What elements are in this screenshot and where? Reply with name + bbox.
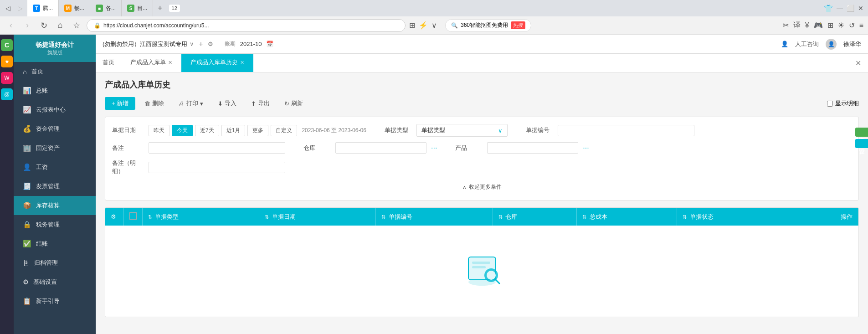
search-bar[interactable]: 🔍 360智能抠图免费用 热搜 xyxy=(445,19,531,32)
col-date-label: 单据日期 xyxy=(272,213,296,220)
settings-company-icon[interactable]: ⚙ xyxy=(208,41,213,47)
import-btn[interactable]: ⬇ 导入 xyxy=(212,97,242,110)
query-btn[interactable]: 查询 xyxy=(855,128,868,137)
tab-m[interactable]: M 畅... xyxy=(59,0,90,16)
new-tab-button[interactable]: + xyxy=(153,4,167,13)
col-number[interactable]: ⇅ 单据编号 xyxy=(376,208,493,226)
col-status[interactable]: ⇅ 单据状态 xyxy=(677,208,794,226)
add-btn[interactable]: + 新增 xyxy=(105,97,135,110)
address-input[interactable]: 🔒 https://cloud.chanjet.com/accounting/u… xyxy=(87,19,406,32)
collapse-btn[interactable]: ∧ 收起更多条件 xyxy=(460,181,504,193)
sidebar-item-settings[interactable]: ⚙ 基础设置 xyxy=(14,272,96,292)
type-select-value: 单据类型 xyxy=(421,126,445,134)
tab-history-close[interactable]: ✕ xyxy=(240,60,244,66)
sidebar-item-fixed-assets[interactable]: 🏢 固定资产 xyxy=(14,139,96,158)
date-btn-more[interactable]: 更多 xyxy=(247,125,268,136)
icon-item-yellow[interactable]: ★ xyxy=(1,56,13,67)
nav-forward[interactable]: › xyxy=(21,21,34,30)
panel-close-btn[interactable]: ✕ xyxy=(848,54,868,72)
sidebar-item-archive[interactable]: 🗄 归档管理 xyxy=(14,253,96,272)
col-check[interactable] xyxy=(123,208,142,226)
minimize-button[interactable]: — xyxy=(837,5,843,12)
refresh-nav[interactable]: ↻ xyxy=(37,21,50,31)
new-entry-icon: 📋 xyxy=(23,297,31,305)
reload-icon[interactable]: ↺ xyxy=(849,21,855,30)
product-dots[interactable]: ··· xyxy=(583,144,589,152)
sidebar-item-home[interactable]: ⌂ 首页 xyxy=(14,62,96,81)
nav-back[interactable]: ‹ xyxy=(5,21,17,30)
maximize-button[interactable]: ⬜ xyxy=(847,5,854,12)
icon-item-teal[interactable]: @ xyxy=(1,88,13,100)
export-btn[interactable]: ⬆ 导出 xyxy=(246,97,275,110)
sidebar-item-reports[interactable]: 📈 云报表中心 xyxy=(14,100,96,119)
icon-item-green[interactable]: C xyxy=(1,39,13,51)
product-input[interactable] xyxy=(487,142,578,154)
lightning-icon[interactable]: ⚡ xyxy=(419,21,428,30)
print-btn[interactable]: 🖨 打印 ▾ xyxy=(173,97,209,110)
refresh-label: 刷新 xyxy=(291,99,303,108)
add-company-btn[interactable]: + xyxy=(199,40,203,48)
tab-count[interactable]: 12 xyxy=(169,5,180,12)
tab-list-label: 产成品入库单 xyxy=(130,58,166,67)
extensions-icon[interactable]: ⊞ xyxy=(409,21,415,30)
tab-list[interactable]: 产成品入库单 ✕ xyxy=(121,54,181,72)
col-date[interactable]: ⇅ 单据日期 xyxy=(259,208,375,226)
icon-item-pink[interactable]: W xyxy=(1,72,13,84)
tab-active[interactable]: T 腾... xyxy=(27,0,59,16)
remark-detail-input[interactable] xyxy=(149,162,285,173)
bookmark-nav[interactable]: ☆ xyxy=(70,21,83,31)
menu-icon[interactable]: ≡ xyxy=(859,21,863,30)
col-settings[interactable]: ⚙ xyxy=(105,208,123,226)
sidebar-item-new-entry[interactable]: 📋 新手引导 xyxy=(14,292,96,311)
calendar-icon[interactable]: 📅 xyxy=(266,41,273,47)
delete-btn[interactable]: 🗑 删除 xyxy=(139,97,169,110)
sidebar-item-funds[interactable]: 💰 资金管理 xyxy=(14,119,96,139)
sidebar-item-payroll[interactable]: 👤 工资 xyxy=(14,158,96,177)
settings-side-btn[interactable]: 设置 xyxy=(855,139,868,148)
col-type[interactable]: ⇅ 单据类型 xyxy=(142,208,259,226)
search-text: 360智能抠图免费用 xyxy=(461,21,508,29)
breadcrumb-home[interactable]: 首页 xyxy=(96,54,121,72)
back-button[interactable]: ◁ xyxy=(2,3,13,14)
remark-input[interactable] xyxy=(149,142,285,154)
col-total-cost[interactable]: ⇅ 总成本 xyxy=(577,208,677,226)
scissors-icon[interactable]: ✂ xyxy=(783,21,789,30)
dropdown-nav[interactable]: ∨ xyxy=(431,21,437,30)
tab-sheet[interactable]: ■ 各... xyxy=(90,0,122,16)
date-btn-7days[interactable]: 近7天 xyxy=(195,125,219,136)
tab-list-close[interactable]: ✕ xyxy=(168,60,172,66)
home-nav[interactable]: ⌂ xyxy=(54,21,67,30)
yuan-icon[interactable]: ¥ xyxy=(805,21,809,30)
grid-icon[interactable]: ⊞ xyxy=(827,21,833,30)
sidebar-item-invoice[interactable]: 🧾 发票管理 xyxy=(14,177,96,196)
nav-logo[interactable]: 畅捷通好会计 旗舰版 xyxy=(14,35,96,62)
company-select[interactable]: (勿删勿禁用）江西服宝测试专用 ∨ xyxy=(103,40,194,48)
close-button[interactable]: ✕ xyxy=(858,5,863,12)
gamepad-icon[interactable]: 🎮 xyxy=(814,21,823,30)
translate-icon[interactable]: 译 xyxy=(793,21,801,30)
warehouse-dots[interactable]: ··· xyxy=(431,144,437,152)
forward-button[interactable]: ▷ xyxy=(15,3,26,14)
date-btn-today[interactable]: 今天 xyxy=(172,125,193,136)
type-select[interactable]: 单据类型 ∨ xyxy=(416,124,508,137)
tab-s[interactable]: S 目... xyxy=(122,0,153,16)
col-warehouse[interactable]: ⇅ 仓库 xyxy=(493,208,576,226)
sidebar-item-closing[interactable]: ✅ 结账 xyxy=(14,234,96,253)
topbar-right: 👤 人工咨询 👤 徐泽华 xyxy=(781,39,861,50)
show-detail-checkbox[interactable] xyxy=(827,101,833,107)
select-all-checkbox[interactable] xyxy=(129,212,137,220)
date-filter: 昨天 今天 近7天 近1月 更多 自定义 2023-06-06 至 2023-0… xyxy=(149,125,366,136)
sidebar-item-tax[interactable]: 🔒 税务管理 xyxy=(14,215,96,234)
number-input[interactable] xyxy=(558,125,694,136)
date-btn-1month[interactable]: 近1月 xyxy=(221,125,246,136)
sidebar-item-inventory[interactable]: 📦 库存核算 xyxy=(14,196,96,215)
warehouse-input[interactable] xyxy=(335,142,426,154)
user-service-label[interactable]: 人工咨询 xyxy=(795,40,819,48)
refresh-btn[interactable]: ↻ 刷新 xyxy=(279,97,308,110)
brightness-icon[interactable]: ☀ xyxy=(838,21,844,30)
date-btn-yesterday[interactable]: 昨天 xyxy=(149,125,169,136)
sidebar-item-ledger[interactable]: 📊 总账 xyxy=(14,81,96,100)
tab-history[interactable]: 产成品入库单历史 ✕ xyxy=(181,54,253,72)
print-label: 打印 xyxy=(186,99,198,108)
date-btn-custom[interactable]: 自定义 xyxy=(271,125,297,136)
